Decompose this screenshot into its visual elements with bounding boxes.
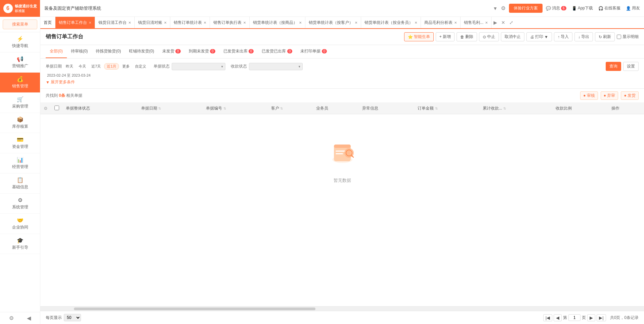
date-btn-more[interactable]: 更多 bbox=[120, 63, 132, 70]
date-btn-today[interactable]: 今天 bbox=[77, 63, 88, 70]
filter-tab-overdue-ship[interactable]: 到期未发货 0 bbox=[185, 45, 219, 58]
tab-cash-reconcile[interactable]: 钱货日清对账 ✕ bbox=[135, 17, 170, 29]
tab-close-all-button[interactable]: ✕ bbox=[499, 17, 507, 29]
sidebar-item-sales[interactable]: 💰 销售管理 bbox=[0, 73, 40, 93]
stop-button[interactable]: ⊙ 中止 bbox=[479, 32, 499, 41]
show-detail-label[interactable]: 显示明细 bbox=[617, 34, 639, 40]
import-button[interactable]: ↑ 导入 bbox=[554, 32, 572, 41]
tab-cash-daily[interactable]: 钱货日清工作台 ✕ bbox=[95, 17, 135, 29]
tab-sales-extra[interactable]: 销售毛利... ✕ bbox=[461, 17, 491, 29]
sidebar-search-button[interactable]: 搜索菜单 bbox=[3, 19, 37, 29]
date-btn-yesterday[interactable]: 昨天 bbox=[64, 63, 75, 70]
messages-button[interactable]: 💬 消息 6 bbox=[546, 5, 566, 11]
next-page-button[interactable]: ▶ bbox=[587, 314, 595, 321]
filter-tab-not-shipped[interactable]: 未发货 0 bbox=[158, 45, 185, 58]
sidebar-item-inventory[interactable]: 📦 库存核算 bbox=[0, 113, 40, 133]
col-amount: 订单金额 ⇅ bbox=[414, 103, 479, 114]
tab-home[interactable]: 首页 bbox=[40, 17, 55, 29]
date-btn-custom[interactable]: 自定义 bbox=[133, 63, 148, 70]
filter-tab-wangpu-ship[interactable]: 旺铺待发货(0) bbox=[125, 45, 158, 58]
app-download-button[interactable]: 📱 App下载 bbox=[572, 5, 593, 11]
payment-select[interactable] bbox=[249, 63, 303, 70]
per-page-select[interactable]: 10 20 50 100 bbox=[64, 314, 81, 321]
tab-restore-button[interactable]: ⤢ bbox=[507, 17, 515, 29]
close-tab-icon[interactable]: ✕ bbox=[454, 21, 457, 25]
column-settings-icon[interactable]: ⚙ bbox=[44, 106, 48, 111]
add-button[interactable]: + 新增 bbox=[436, 32, 455, 41]
tab-sales-exec[interactable]: 销售订单执行表 ✕ bbox=[210, 17, 250, 29]
sort-amount-icon[interactable]: ⇅ bbox=[435, 107, 438, 110]
settings-bottom-button[interactable]: ⚙ bbox=[9, 315, 14, 321]
close-tab-icon[interactable]: ✕ bbox=[243, 21, 246, 25]
tab-sales-stat-cust[interactable]: 销货单统计表（按客户） ✕ bbox=[305, 17, 361, 29]
collapse-sidebar-button[interactable]: ◀ bbox=[27, 315, 31, 321]
tab-sales-workbench[interactable]: 销售订单工作台 ✕ bbox=[55, 17, 95, 29]
sort-received-icon[interactable]: ⇅ bbox=[503, 107, 506, 110]
filter-tab-shipped-out[interactable]: 已发货已出库 0 bbox=[258, 45, 296, 58]
close-tab-icon[interactable]: ✕ bbox=[164, 21, 167, 25]
smart-create-button[interactable]: ⭐ 智能生单 bbox=[404, 32, 434, 41]
sidebar-item-label: 快捷导航 bbox=[12, 43, 28, 49]
date-btn-1month[interactable]: 近1月 bbox=[104, 63, 119, 70]
close-tab-icon[interactable]: ✕ bbox=[355, 21, 357, 25]
filter-tab-not-printed[interactable]: 未打印单据 0 bbox=[296, 45, 331, 58]
settings-search-button[interactable]: 设置 bbox=[623, 62, 639, 71]
status-select[interactable] bbox=[172, 63, 225, 70]
filter-tab-shipped-not-out[interactable]: 已发货未出库 0 bbox=[219, 45, 258, 58]
search-action-area: 查询 设置 bbox=[606, 62, 639, 71]
reject-button[interactable]: ● 弃审 bbox=[601, 91, 618, 100]
scrollbar-thumb[interactable] bbox=[74, 308, 315, 310]
horizontal-scrollbar[interactable] bbox=[40, 306, 644, 311]
page-number-input[interactable] bbox=[568, 314, 581, 321]
close-tab-icon[interactable]: ✕ bbox=[415, 21, 417, 25]
sort-number-icon[interactable]: ⇅ bbox=[223, 107, 226, 110]
gear-icon[interactable]: ⚙ bbox=[501, 5, 506, 11]
ship-button[interactable]: ● 发货 bbox=[621, 91, 639, 100]
print-button[interactable]: 🖨 打印 ▼ bbox=[526, 32, 552, 41]
tab-gross-margin[interactable]: 商品毛利分析表 ✕ bbox=[421, 17, 461, 29]
sidebar-item-quick-nav[interactable]: ⚡ 快捷导航 bbox=[0, 32, 40, 52]
close-tab-icon[interactable]: ✕ bbox=[485, 21, 488, 25]
mobile-icon: 📱 bbox=[572, 6, 577, 11]
filter-tab-pending-audit[interactable]: 待审核(0) bbox=[67, 45, 92, 58]
sidebar-item-enterprise[interactable]: 🤝 企业协同 bbox=[0, 214, 40, 234]
sidebar-item-finance[interactable]: 💳 资金管理 bbox=[0, 133, 40, 153]
sidebar-item-marketing[interactable]: 📢 营销推广 bbox=[0, 52, 40, 73]
tab-sales-stat[interactable]: 销售订单统计表 ✕ bbox=[170, 17, 210, 29]
export-button[interactable]: ↓ 导出 bbox=[574, 32, 593, 41]
audit-button[interactable]: ● 审核 bbox=[580, 91, 598, 100]
close-tab-icon[interactable]: ✕ bbox=[204, 21, 206, 25]
filter-tab-all[interactable]: 全部(0) bbox=[46, 45, 67, 58]
tab-sales-stat-staff[interactable]: 销货单统计表（按业务员） ✕ bbox=[361, 17, 421, 29]
sort-date-icon[interactable]: ⇅ bbox=[158, 107, 161, 110]
tab-sales-stat-prod[interactable]: 销货单统计表（按商品） ✕ bbox=[250, 17, 305, 29]
sidebar-item-base[interactable]: 📋 基础信息 bbox=[0, 173, 40, 194]
sort-customer-icon[interactable]: ⇅ bbox=[280, 107, 283, 110]
show-detail-checkbox[interactable] bbox=[617, 35, 621, 39]
close-tab-icon[interactable]: ✕ bbox=[128, 21, 131, 25]
first-page-button[interactable]: |◀ bbox=[543, 314, 552, 321]
filter-tab-pending-inspect[interactable]: 待拣货验货(0) bbox=[92, 45, 125, 58]
sidebar-item-guide[interactable]: 🎓 新手引导 bbox=[0, 234, 40, 254]
dropdown-arrow-button[interactable]: ▼ bbox=[493, 6, 498, 11]
date-btn-7days[interactable]: 近7天 bbox=[89, 63, 103, 70]
close-tab-icon[interactable]: ✕ bbox=[89, 21, 91, 25]
sidebar-item-purchase[interactable]: 🛒 采购管理 bbox=[0, 93, 40, 113]
user-avatar-button[interactable]: 👤 用友 bbox=[626, 5, 640, 11]
cancel-stop-button[interactable]: 取消中止 bbox=[501, 32, 524, 41]
expand-more-button[interactable]: ▼ 展开更多条件 bbox=[46, 79, 639, 85]
industry-solution-button[interactable]: 体验行业方案 bbox=[509, 4, 543, 13]
select-all-checkbox[interactable] bbox=[54, 106, 59, 110]
tab-scroll-right-button[interactable]: ▶ bbox=[491, 17, 499, 29]
sidebar-item-operations[interactable]: 📊 经营管理 bbox=[0, 153, 40, 173]
search-button[interactable]: 查询 bbox=[606, 62, 621, 71]
sidebar-item-system[interactable]: ⚙ 系统管理 bbox=[0, 194, 40, 214]
prev-page-button[interactable]: ◀ bbox=[554, 314, 562, 321]
online-service-button[interactable]: 🎧 在线客服 bbox=[598, 5, 620, 11]
refresh-button[interactable]: ↻ 刷新 bbox=[595, 32, 615, 41]
online-service-label: 在线客服 bbox=[604, 5, 620, 11]
delete-button[interactable]: 🗑 删除 bbox=[457, 32, 477, 41]
close-tab-icon[interactable]: ✕ bbox=[299, 21, 302, 25]
finance-icon: 💳 bbox=[17, 136, 24, 143]
last-page-button[interactable]: ▶| bbox=[597, 314, 606, 321]
